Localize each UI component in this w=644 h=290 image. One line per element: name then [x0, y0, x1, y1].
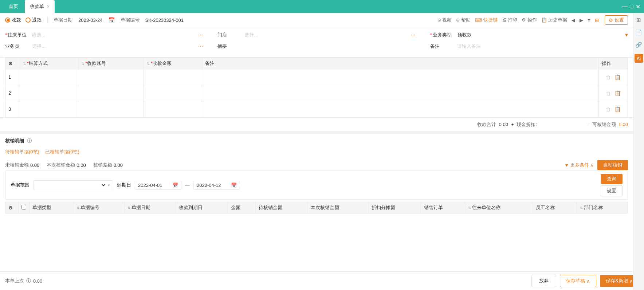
toolbar-history[interactable]: 📋 历史单据 — [541, 17, 568, 23]
toolbar-layout2[interactable]: ⊞ — [595, 17, 599, 23]
bill-range-select[interactable]: ▾ — [33, 180, 113, 190]
toolbar-operations[interactable]: ⚙ 操作 — [522, 17, 537, 23]
store-input[interactable] — [242, 31, 409, 39]
total-value: 0.00 — [499, 122, 508, 127]
remark-input[interactable] — [455, 42, 628, 50]
query-btn[interactable]: 查询 — [601, 174, 623, 184]
row1-copy-icon[interactable]: 📋 — [614, 74, 621, 80]
calendar-icon[interactable]: 📅 — [109, 17, 115, 23]
toolbar-help[interactable]: ⊙ 帮助 — [456, 17, 471, 23]
counterparty-input[interactable] — [30, 31, 197, 39]
row3-copy-icon[interactable]: 📋 — [614, 106, 621, 112]
staff-input[interactable] — [30, 42, 197, 50]
end-date-input[interactable] — [197, 183, 229, 188]
minimize-icon[interactable]: — — [622, 3, 628, 10]
select-all-checkbox[interactable] — [21, 205, 26, 209]
end-cal-icon[interactable]: 📅 — [231, 183, 237, 188]
bt-col-billdate: ⇅单据日期 — [125, 202, 176, 213]
radio-receipt-dot — [5, 17, 10, 23]
setting-button[interactable]: ⚙ 设置 — [605, 15, 628, 25]
row2-actions: 🗑 📋 — [599, 85, 628, 101]
close-tab-icon[interactable]: × — [47, 4, 50, 9]
row2-delete-icon[interactable]: 🗑 — [606, 90, 611, 96]
discount-label: 现金折扣: — [517, 121, 537, 128]
save-draft-btn[interactable]: 保存草稿 ∧ — [560, 275, 596, 287]
range-chevron: ▾ — [108, 183, 110, 188]
sum-row: 收款合计 0.00 + 现金折扣: = 可核销金额 0.00 — [0, 117, 633, 131]
counterparty-more-icon[interactable]: ··· — [198, 32, 203, 38]
start-date-wrapper[interactable]: 📅 — [135, 181, 181, 190]
radio-refund[interactable]: 退款 — [25, 17, 42, 23]
writeoff-table: ⚙ 单据类型 ⇅单据编号 ⇅单据日期 收款到期日 金额 待核销金额 本次核销金额… — [5, 202, 628, 213]
chevron-up-icon: ∧ — [590, 162, 594, 168]
staff-label: 业务员 — [5, 43, 27, 50]
top-nav: 首页 收款单 × — □ ✕ — [0, 0, 644, 13]
sidebar-ai-icon[interactable]: Ai — [635, 54, 643, 63]
maximize-icon[interactable]: □ — [630, 3, 633, 10]
store-more-icon[interactable]: ··· — [411, 32, 415, 38]
receivable-label: 可核销金额 — [592, 121, 616, 128]
sidebar-doc-icon[interactable]: 📄 — [635, 29, 642, 36]
save-draft-chevron: ∧ — [586, 278, 590, 284]
row2-remark[interactable] — [202, 85, 599, 101]
row1-account[interactable] — [78, 69, 144, 85]
toolbar-shortcut[interactable]: ⌨ 快捷键 — [475, 17, 498, 23]
filter-setting-btn[interactable]: 设置 — [601, 185, 623, 196]
row3-delete-icon[interactable]: 🗑 — [606, 106, 611, 112]
nav-home[interactable]: 首页 — [4, 0, 23, 13]
stat-unwriteoff-label: 未核销金额 — [5, 162, 29, 168]
toolbar-video[interactable]: ⊙ 视频 — [437, 17, 452, 23]
summary-field: 摘要 — [217, 42, 415, 50]
abandon-btn[interactable]: 放弃 — [531, 275, 556, 287]
auto-writeoff-btn[interactable]: 自动核销 — [597, 160, 628, 170]
col-settings[interactable]: ⚙ — [5, 58, 20, 69]
row1-settlement[interactable] — [20, 69, 78, 85]
row2-copy-icon[interactable]: 📋 — [614, 90, 621, 96]
bt-col-staff: 员工名称 — [533, 202, 577, 213]
row1-remark[interactable] — [202, 69, 599, 85]
start-date-input[interactable] — [138, 183, 171, 188]
row3-settlement[interactable] — [20, 101, 78, 117]
sidebar-table-icon[interactable]: ⊞ — [636, 17, 641, 23]
tab-pending[interactable]: 待核销单据(0笔) — [5, 147, 39, 157]
more-conditions-btn[interactable]: ▼ 更多条件 ∧ — [564, 162, 594, 168]
nav-tab-receipt[interactable]: 收款单 × — [25, 0, 55, 13]
bt-col-checkbox[interactable] — [19, 202, 30, 213]
staff-more-icon[interactable]: ··· — [198, 43, 203, 49]
start-cal-icon[interactable]: 📅 — [172, 183, 178, 188]
writeoff-info-icon[interactable]: ⓘ — [27, 138, 32, 144]
row2-settlement[interactable] — [20, 85, 78, 101]
summary-input[interactable] — [242, 42, 415, 50]
row3-remark[interactable] — [202, 101, 599, 117]
bill-range-dropdown[interactable] — [36, 182, 106, 188]
bt-col-pending: 待核销金额 — [255, 202, 308, 213]
nav-tab-label: 收款单 — [30, 3, 44, 10]
running-total-info[interactable]: ⓘ — [26, 278, 31, 284]
row3-account[interactable] — [78, 101, 144, 117]
bottom-table-header: ⚙ 单据类型 ⇅单据编号 ⇅单据日期 收款到期日 金额 待核销金额 本次核销金额… — [5, 202, 628, 213]
close-window-icon[interactable]: ✕ — [636, 3, 640, 10]
row3-amount[interactable] — [144, 101, 202, 117]
radio-receipt-label: 收款 — [12, 17, 21, 23]
row1-delete-icon[interactable]: 🗑 — [606, 74, 611, 80]
toolbar-nav-next[interactable]: ▶ — [580, 17, 583, 23]
sidebar-link-icon[interactable]: 🔗 — [635, 42, 642, 48]
row2-account[interactable] — [78, 85, 144, 101]
bt-col-settings[interactable]: ⚙ — [5, 202, 19, 213]
radio-receipt[interactable]: 收款 — [5, 17, 21, 23]
discount-input[interactable] — [540, 121, 584, 128]
form-row-2: 业务员 ··· 摘要 备注 — [5, 42, 628, 50]
table-row: 3 🗑 📋 — [5, 101, 628, 117]
row1-amount[interactable] — [144, 69, 202, 85]
toolbar: 收款 退款 单据日期 2023-03-24 📅 单据编号 SK-20230324… — [0, 13, 633, 27]
stat-diff-label: 核销差额 — [93, 162, 112, 168]
toolbar-nav-prev[interactable]: ◀ — [572, 17, 575, 23]
row2-amount[interactable] — [144, 85, 202, 101]
toolbar-print[interactable]: 🖨 打印 — [502, 17, 518, 23]
toolbar-layout1[interactable]: ≡ — [588, 17, 590, 23]
biztype-dropdown[interactable]: ▾ — [625, 32, 628, 38]
tab-done[interactable]: 已核销单据(0笔) — [45, 147, 79, 157]
date-filter: 单据范围 ▾ 到期日 📅 — 📅 查询 设置 — [5, 171, 628, 200]
stat-this-writeoff: 本次核销金额 0.00 — [47, 162, 86, 168]
end-date-wrapper[interactable]: 📅 — [193, 181, 240, 190]
